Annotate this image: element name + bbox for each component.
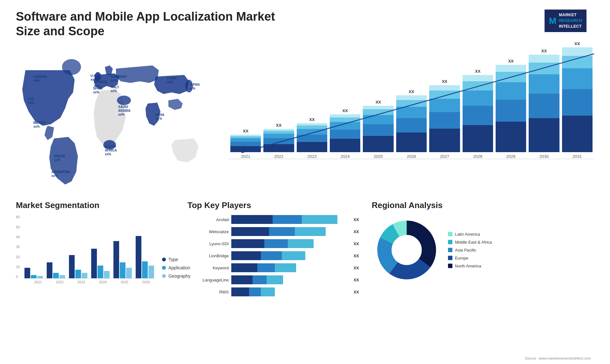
brazil-label: BRAZIL xx% xyxy=(54,154,66,162)
x-2024: 2024 xyxy=(94,280,112,284)
bar-seg3-2030 xyxy=(529,94,559,118)
bar-stack-2027 xyxy=(429,85,460,152)
players-section: Top Key Players Acolad XX Welocalize xyxy=(181,200,365,300)
seg-group-2023 xyxy=(69,255,87,278)
x-2025: 2025 xyxy=(116,280,133,284)
bar-seg0-2030 xyxy=(529,55,559,63)
y-label-20: 20 xyxy=(16,255,20,259)
player-name-rws: RWS xyxy=(187,290,229,294)
player-acolad: Acolad XX xyxy=(187,215,359,224)
x-2021: 2021 xyxy=(29,280,47,284)
bar-seg0-2023 xyxy=(297,123,327,125)
player-welocalize: Welocalize XX xyxy=(187,227,359,236)
donut-chart xyxy=(372,215,442,285)
legend-asia-pacific: Asia Pacific xyxy=(448,248,492,253)
bar-seg2-rws xyxy=(249,287,261,296)
player-languageline: LanguageLine XX xyxy=(187,275,359,284)
bar-seg1-2023 xyxy=(297,125,327,129)
bar-seg3-languageline xyxy=(267,275,283,284)
bar-seg2-2031 xyxy=(562,68,593,89)
player-rws: RWS XX xyxy=(187,287,359,296)
bar-seg3-welocalize xyxy=(295,227,325,236)
bar-col-2023: XX2023 xyxy=(297,117,327,159)
bar-seg1-2030 xyxy=(529,63,559,74)
bar-stack-2021 xyxy=(230,135,261,152)
player-val-rws: XX xyxy=(354,290,359,294)
seg-type-2023 xyxy=(69,255,75,278)
x-2022: 2022 xyxy=(51,280,69,284)
svg-point-12 xyxy=(392,235,422,265)
bar-year-2024: 2024 xyxy=(341,154,350,159)
map-svg xyxy=(16,45,213,191)
players-title: Top Key Players xyxy=(187,200,359,210)
legend-type-label: Type xyxy=(168,257,178,262)
bar-seg1-rws xyxy=(231,287,249,296)
bar-seg4-2021 xyxy=(230,146,261,152)
seg-type-2022 xyxy=(47,262,52,278)
seg-group-2022 xyxy=(47,262,65,278)
player-bar-lionbridge xyxy=(231,251,349,260)
bar-col-2025: XX2025 xyxy=(363,100,393,159)
bar-seg4-2022 xyxy=(263,144,294,152)
bar-seg3-2026 xyxy=(396,118,427,132)
bar-seg3-lionbridge xyxy=(282,251,305,260)
bar-chart-section: XX2021XX2022XX2023XX2024XX2025XX2026XX20… xyxy=(222,45,594,194)
bar-seg4-2024 xyxy=(330,139,360,152)
label-asia-pacific: Asia Pacific xyxy=(455,248,476,253)
player-lyuno: Lyuno-SDI XX xyxy=(187,239,359,248)
bar-seg2-2025 xyxy=(363,115,393,124)
bar-seg1-2021 xyxy=(230,136,261,138)
us-label: U.S. xx% xyxy=(28,97,34,105)
logo-line1: MARKET xyxy=(559,12,582,18)
bar-seg0-2029 xyxy=(496,65,526,72)
player-name-languageline: LanguageLine xyxy=(187,278,229,282)
bar-year-2027: 2027 xyxy=(440,154,449,159)
bar-seg4-2026 xyxy=(396,132,427,152)
bar-xx-2027: XX xyxy=(442,79,447,84)
player-bar-lyuno xyxy=(231,239,349,248)
bar-seg3-2028 xyxy=(463,106,493,125)
player-val-lionbridge: XX xyxy=(354,253,359,258)
regional-section: Regional Analysis xyxy=(365,200,594,300)
bar-stack-2022 xyxy=(263,129,294,152)
seg-group-2024 xyxy=(91,249,110,278)
bar-seg3-lyuno xyxy=(288,239,314,248)
bar-seg0-2028 xyxy=(463,75,493,81)
segmentation-section: Market Segmentation 60 50 40 30 20 10 0 xyxy=(16,200,181,300)
player-name-keyword: Keyword xyxy=(187,266,229,270)
bar-stack-2029 xyxy=(496,65,526,152)
bar-stack-2025 xyxy=(363,106,393,152)
china-label: CHINA xx% xyxy=(167,77,177,84)
seg-type-2025 xyxy=(113,241,119,278)
seg-type-2021 xyxy=(24,268,30,278)
bar-seg3-2027 xyxy=(429,112,460,129)
bar-seg4-2023 xyxy=(297,142,327,152)
seg-geo-2023 xyxy=(82,273,87,278)
players-list: Acolad XX Welocalize xyxy=(187,215,359,296)
south-africa-label: SOUTH AFRICA xx% xyxy=(105,145,117,156)
argentina-label: ARGENTINA xx% xyxy=(51,170,70,178)
segmentation-title: Market Segmentation xyxy=(16,200,175,210)
bar-seg2-2028 xyxy=(463,91,493,106)
svg-point-3 xyxy=(117,96,131,105)
donut-legend: Latin America Middle East & Africa Asia … xyxy=(448,232,492,268)
bar-seg3-2024 xyxy=(330,130,360,139)
bar-seg1-keyword xyxy=(231,263,257,272)
type-dot xyxy=(162,258,166,261)
legend-north-america: North America xyxy=(448,264,492,268)
bar-xx-2022: XX xyxy=(276,123,281,128)
donut-container: Latin America Middle East & Africa Asia … xyxy=(372,215,594,285)
india-label: INDIA xx% xyxy=(156,113,164,121)
bar-seg2-lyuno xyxy=(264,239,288,248)
label-europe: Europe xyxy=(455,256,468,260)
bar-seg4-2029 xyxy=(496,122,526,152)
bar-seg1-languageline xyxy=(231,275,253,284)
color-north-america xyxy=(448,264,452,268)
bar-col-2021: XX2021 xyxy=(230,129,261,159)
bar-stack-2030 xyxy=(529,55,559,152)
bar-seg3-rws xyxy=(261,287,275,296)
bar-seg1-2027 xyxy=(429,91,460,98)
bar-seg4-2028 xyxy=(463,125,493,152)
bar-col-2028: XX2028 xyxy=(463,69,493,159)
seg-geo-2026 xyxy=(148,266,154,278)
